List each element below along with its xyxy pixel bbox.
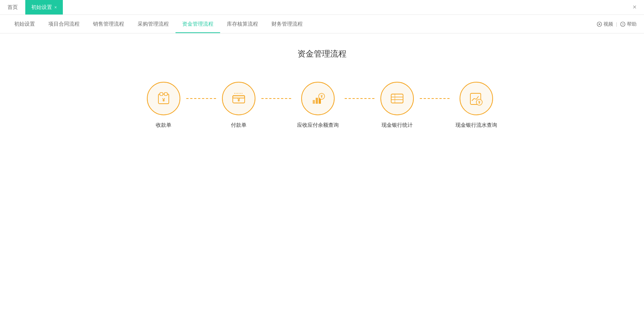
- flow-arrow-2: [255, 98, 297, 99]
- nav-right: 视频 | ? 帮助: [597, 21, 637, 28]
- flow-container: ¥ 收款单 ¥ 付款单: [22, 82, 622, 129]
- flow-label-cashbank: 现金银行统计: [381, 122, 413, 129]
- home-tab[interactable]: 首页: [0, 0, 25, 14]
- bankflow-icon: ¥: [468, 90, 484, 107]
- tab-inventory[interactable]: 库存核算流程: [220, 15, 265, 33]
- tab-initial-setup[interactable]: 初始设置: [7, 15, 42, 33]
- tab-fund-management[interactable]: 资金管理流程: [176, 15, 220, 33]
- flow-circle-balance: ¥: [301, 82, 335, 115]
- arrow-line-4: [420, 98, 450, 99]
- payment-icon: ¥: [231, 90, 247, 107]
- tab-finance[interactable]: 财务管理流程: [265, 15, 309, 33]
- page-title: 资金管理流程: [22, 48, 622, 59]
- flow-arrow-4: [414, 98, 455, 99]
- flow-item-balance-query[interactable]: ¥ 应收应付余额查询: [297, 82, 339, 129]
- active-tab-label: 初始设置: [31, 4, 52, 11]
- nav-tabs: 初始设置 项目合同流程 销售管理流程 采购管理流程 资金管理流程 库存核算流程 …: [0, 15, 644, 33]
- svg-marker-1: [599, 23, 600, 25]
- page-content: 资金管理流程 ¥ 收款单: [0, 33, 644, 143]
- svg-rect-11: [313, 100, 315, 104]
- svg-text:¥: ¥: [321, 94, 323, 99]
- flow-arrow-3: [339, 98, 380, 99]
- flow-item-cash-bank[interactable]: 现金银行统计: [380, 82, 414, 129]
- flow-label-payment: 付款单: [231, 122, 247, 129]
- svg-text:¥: ¥: [478, 100, 480, 104]
- active-tab[interactable]: 初始设置 ×: [25, 0, 63, 14]
- tab-close-icon[interactable]: ×: [54, 5, 57, 10]
- nav-divider: |: [616, 21, 617, 27]
- svg-rect-6: [164, 93, 167, 96]
- flow-circle-payment: ¥: [222, 82, 255, 115]
- flow-circle-receipt: ¥: [147, 82, 180, 115]
- flow-arrow-1: [180, 98, 222, 99]
- flow-label-bankflow: 现金银行流水查询: [455, 122, 497, 129]
- window-close-button[interactable]: ×: [625, 0, 644, 14]
- receipt-icon: ¥: [155, 90, 172, 107]
- arrow-line-1: [186, 98, 216, 99]
- video-icon: [597, 22, 602, 27]
- help-link[interactable]: ? 帮助: [620, 21, 637, 28]
- flow-item-payment[interactable]: ¥ 付款单: [222, 82, 255, 129]
- arrow-line-3: [345, 98, 374, 99]
- main-content: 初始设置 项目合同流程 销售管理流程 采购管理流程 资金管理流程 库存核算流程 …: [0, 15, 644, 329]
- svg-text:¥: ¥: [162, 97, 165, 103]
- svg-text:?: ?: [622, 23, 624, 26]
- flow-circle-cashbank: [380, 82, 414, 115]
- tab-sales-management[interactable]: 销售管理流程: [86, 15, 131, 33]
- top-bar: 首页 初始设置 × ×: [0, 0, 644, 15]
- help-icon: ?: [620, 22, 625, 27]
- flow-label-balance: 应收应付余额查询: [297, 122, 339, 129]
- flow-item-receipt[interactable]: ¥ 收款单: [147, 82, 180, 129]
- svg-rect-5: [160, 93, 163, 96]
- flow-circle-bankflow: ¥: [460, 82, 493, 115]
- svg-text:¥: ¥: [237, 97, 240, 103]
- tab-purchase-management[interactable]: 采购管理流程: [131, 15, 176, 33]
- flow-item-bank-flow[interactable]: ¥ 现金银行流水查询: [455, 82, 497, 129]
- tab-project-contract[interactable]: 项目合同流程: [42, 15, 86, 33]
- svg-rect-12: [316, 98, 318, 104]
- video-link[interactable]: 视频: [597, 21, 613, 28]
- cashbank-icon: [389, 90, 405, 107]
- balance-icon: ¥: [310, 90, 326, 107]
- svg-rect-16: [391, 94, 403, 103]
- flow-label-receipt: 收款单: [156, 122, 171, 129]
- arrow-line-2: [261, 98, 291, 99]
